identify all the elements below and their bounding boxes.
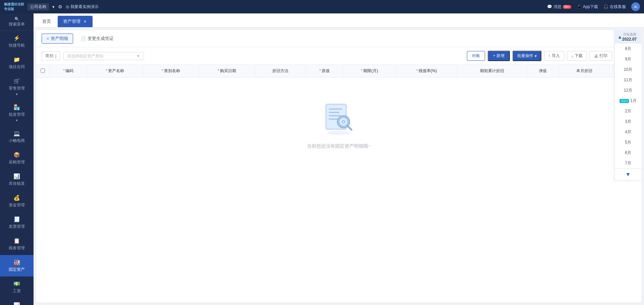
tab-asset-label: 资产管理 [63,18,80,24]
sidebar-item-retail-label: 零售管理 [9,86,25,91]
sidebar-item-salary[interactable]: 💵 工资 [0,276,34,298]
table-wrap[interactable]: *编码 *资产名称 *类别名称 *购买日期 折旧方法 *原值 *期限(月) *残… [36,65,641,302]
company-dropdown-icon[interactable]: ▾ [52,4,55,9]
th-code: *编码 [50,65,87,78]
th-depreciation-method: 折旧方法 [255,65,306,78]
month-item-11[interactable]: 11月 [615,75,641,85]
tab-close-icon[interactable]: ✕ [83,19,87,24]
sidebar-item-inventory-label: 库存核算 [9,181,25,187]
message-button[interactable]: 💬 消息 99+ [547,4,571,10]
top-bar: 畅捷通好业财 专业版 公司名称 ▾ ⚙ ◎ 我要看实例演示 💬 消息 99+ 📱… [0,0,644,13]
month-item-6[interactable]: 6月 [615,148,641,158]
category-filter[interactable]: 类别 | [42,51,60,60]
month-item-3[interactable]: 3月 [615,116,641,127]
list-icon: ≡ [47,36,49,41]
asset-table: *编码 *资产名称 *类别名称 *购买日期 折旧方法 *原值 *期限(月) *残… [36,65,641,176]
sidebar-item-project-contract[interactable]: 📁 项目合同 [0,52,34,74]
retail-icon: 🛒 [13,78,20,84]
content-area: 首页 资产管理 ✕ ≡ 资产明细 📄 变更生成凭证 [34,13,644,305]
month-picker-year: 2022.07 [622,37,637,42]
tab-asset-management[interactable]: 资产管理 ✕ [58,16,93,27]
empty-illustration [319,98,359,138]
demo-circle-icon: ◎ [66,4,69,9]
sidebar-item-purchase[interactable]: 📦 采购管理 [0,148,34,169]
svg-rect-3 [329,108,342,110]
company-selector[interactable]: 公司名称 [28,3,49,10]
subtab-asset-detail-label: 资产明细 [51,36,68,42]
month-item-5[interactable]: 5月 [615,137,641,148]
batch-dropdown-icon: ▾ [535,54,537,58]
sidebar-item-fund[interactable]: 💰 资金管理 [0,191,34,212]
operation-icon: 📈 [13,302,20,305]
toolbar-right: 对账 + 新增 批量操作 ▾ ↑ 导入 ↓ 下载 🖨 [467,51,636,61]
th-original-value: *原值 [306,65,343,78]
inventory-icon: 📊 [13,173,20,180]
sidebar-item-invoice-label: 发票管理 [9,224,25,230]
online-service-label: 在线客服 [610,4,626,10]
demo-link[interactable]: ◎ 我要看实例演示 [66,4,99,10]
month-item-4[interactable]: 4月 [615,127,641,137]
message-badge: 99+ [563,5,571,9]
avatar[interactable]: Ai [631,2,640,11]
print-button[interactable]: 🖨 打印 [590,51,612,61]
filter-divider: | [55,54,56,58]
app-download-button[interactable]: 📱 App下载 [577,4,598,10]
sidebar-item-operation[interactable]: 📈 经营管理 [0,298,34,305]
download-label: 下载 [575,53,583,59]
month-item-7[interactable]: 7月 [615,158,641,168]
svg-line-9 [347,126,352,130]
top-bar-right: 💬 消息 99+ 📱 App下载 🎧 在线客服 Ai [547,2,640,11]
subtab-voucher-generation[interactable]: 📄 变更生成凭证 [76,34,119,44]
online-service-button[interactable]: 🎧 在线客服 [603,4,626,10]
sidebar-item-salary-label: 工资 [13,288,21,294]
th-net-value: 净值 [527,65,559,78]
sidebar-item-tax[interactable]: 📋 税务管理 [0,234,34,255]
month-item-10[interactable]: 10月 [615,64,641,75]
svg-rect-6 [329,118,338,120]
sidebar-item-inventory[interactable]: 📊 库存核算 [0,169,34,191]
th-category: *类别名称 [143,65,199,78]
month-picker-panel: ▲ 月份选择 2022.07 8月 9月 10月 11月 12月 2023 1月… [614,30,641,181]
purchase-icon: 📦 [13,152,20,158]
sidebar-item-fixed-assets[interactable]: 🏭 固定资产 [0,255,34,276]
table-header-row: *编码 *资产名称 *类别名称 *购买日期 折旧方法 *原值 *期限(月) *残… [36,65,641,78]
sidebar-search[interactable]: 🔍 搜索菜单 [0,13,34,31]
app-name: 畅捷通好业财 [4,2,24,7]
month-item-2023-1[interactable]: 2023 1月 [615,96,641,106]
th-checkbox[interactable] [36,65,50,78]
salary-icon: 💵 [13,281,20,287]
sidebar-item-quick-nav[interactable]: ⚡ 快捷导航 [0,31,34,52]
th-monthly-depreciation: 本月折旧 [559,65,609,78]
sidebar-item-invoice[interactable]: 🧾 发票管理 [0,212,34,234]
month-item-2[interactable]: 2月 [615,106,641,116]
import-button[interactable]: ↑ 导入 [544,51,564,61]
wholesale-icon: 🏪 [13,104,20,110]
month-picker-up-icon[interactable]: ▲ [618,34,622,40]
th-purchase-date: *购买日期 [199,65,255,78]
sidebar-item-fund-label: 资金管理 [9,202,25,208]
download-button[interactable]: ↓ 下载 [567,51,587,61]
sidebar-item-retail[interactable]: 🛒 零售管理 ▼ [0,74,34,100]
svg-point-11 [342,121,344,123]
month-item-12[interactable]: 12月 [615,85,641,96]
month-picker-title: 月份选择 [622,32,637,37]
tab-home-label: 首页 [42,18,51,24]
year-badge-2023: 2023 [620,99,629,103]
ecommerce-icon: 💻 [13,130,20,137]
subtab-asset-detail[interactable]: ≡ 资产明细 [42,34,73,44]
month-picker-down-icon[interactable]: ▼ [624,171,633,178]
reconcile-button[interactable]: 对账 [467,51,485,61]
category-input[interactable] [63,52,144,60]
batch-button[interactable]: 批量操作 ▾ [513,51,541,61]
settings-icon[interactable]: ⚙ [58,4,62,9]
month-item-9[interactable]: 9月 [615,54,641,64]
add-button[interactable]: + 新增 [488,51,510,61]
month-item-8[interactable]: 8月 [615,44,641,54]
tab-home[interactable]: 首页 [37,16,56,27]
sidebar-item-ecommerce[interactable]: 💻 小畅电商 [0,126,34,148]
import-icon: ↑ [548,54,550,58]
tax-icon: 📋 [13,238,20,244]
select-all-checkbox[interactable] [41,68,45,73]
sidebar-item-wholesale[interactable]: 🏪 批发管理 ▼ [0,100,34,126]
th-period: *期限(月) [343,65,396,78]
